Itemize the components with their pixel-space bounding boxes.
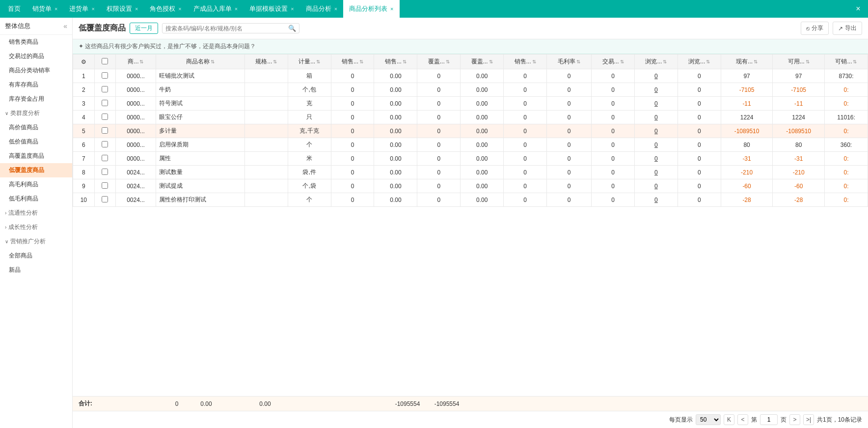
col-trans[interactable]: 交易...⇅ [592, 55, 635, 69]
sidebar-item-category-turnover[interactable]: 商品分类动销率 [0, 63, 72, 78]
next-page-button[interactable]: > [789, 414, 800, 425]
nav-sales[interactable]: 销货单 × [27, 0, 63, 18]
col-sales3[interactable]: 销售...⇅ [504, 55, 547, 69]
row-checkbox-cell[interactable] [94, 83, 115, 97]
row-view1[interactable]: 0 [635, 111, 678, 124]
nav-roles[interactable]: 角色授权 × [144, 0, 187, 18]
row-view1[interactable]: 0 [635, 83, 678, 97]
row-view1[interactable]: 0 [635, 179, 678, 193]
row-checkbox[interactable] [102, 182, 108, 189]
close-icon[interactable]: × [235, 6, 238, 12]
sidebar-item-sales-goods[interactable]: 销售类商品 [0, 35, 72, 49]
row-checkbox[interactable] [102, 114, 108, 120]
sidebar-item-new-products[interactable]: 新品 [0, 263, 72, 277]
row-checkbox[interactable] [102, 196, 108, 202]
col-sales-amt[interactable]: 销售...⇅ [374, 55, 417, 69]
prev-page-button[interactable]: < [737, 414, 748, 425]
window-close-button[interactable]: × [850, 0, 866, 18]
close-icon[interactable]: × [178, 6, 181, 12]
close-icon[interactable]: × [54, 6, 57, 12]
row-checkbox[interactable] [102, 169, 108, 175]
col-view2[interactable]: 浏览...⇅ [678, 55, 721, 69]
nav-home[interactable]: 首页 [2, 0, 27, 18]
sidebar-header[interactable]: 整体信息 « [0, 18, 72, 35]
col-available[interactable]: 可用...⇅ [773, 55, 825, 69]
sidebar-item-low-coverage[interactable]: 低覆盖度商品 [0, 163, 72, 177]
row-sales-amt: 0.00 [374, 179, 417, 193]
sidebar-item-low-value[interactable]: 低价值商品 [0, 135, 72, 149]
sidebar-group-cluster-analysis[interactable]: ∨类群度分析 [0, 106, 72, 120]
close-icon[interactable]: × [291, 6, 294, 12]
row-checkbox-cell[interactable] [94, 138, 115, 152]
search-input[interactable] [165, 25, 288, 32]
row-checkbox-cell[interactable] [94, 97, 115, 111]
sidebar-item-stock-capital[interactable]: 库存资金占用 [0, 92, 72, 106]
per-page-select[interactable]: 50 100 200 [696, 414, 721, 425]
row-checkbox[interactable] [102, 141, 108, 147]
sidebar-item-high-margin[interactable]: 高毛利商品 [0, 177, 72, 192]
last-page-button[interactable]: >| [803, 414, 814, 425]
row-view1[interactable]: 0 [635, 97, 678, 111]
select-all-checkbox[interactable] [102, 58, 108, 64]
col-code[interactable]: 商...⇅ [115, 55, 156, 69]
collapse-icon[interactable]: « [63, 22, 67, 30]
row-checkbox[interactable] [102, 100, 108, 106]
col-gross[interactable]: 毛利率⇅ [546, 55, 591, 69]
row-code: 0000... [115, 69, 156, 83]
close-icon[interactable]: × [390, 6, 393, 12]
row-spec [244, 193, 288, 207]
col-cover2[interactable]: 覆盖...⇅ [461, 55, 504, 69]
nav-product-analysis-list[interactable]: 商品分析列表 × [343, 0, 399, 18]
row-checkbox-cell[interactable] [94, 152, 115, 166]
nav-permissions[interactable]: 权限设置 × [101, 0, 144, 18]
row-checkbox-cell[interactable] [94, 69, 115, 83]
row-view1[interactable]: 0 [635, 138, 678, 152]
sidebar-item-in-stock[interactable]: 有库存商品 [0, 78, 72, 92]
row-checkbox[interactable] [102, 72, 108, 79]
row-cover1: 0 [417, 97, 461, 111]
close-icon[interactable]: × [91, 6, 94, 12]
first-page-button[interactable]: K [724, 414, 734, 425]
row-checkbox-cell[interactable] [94, 166, 115, 179]
sidebar-group-marketing[interactable]: ∨营销推广分析 [0, 234, 72, 249]
sidebar-item-high-coverage[interactable]: 高覆盖度商品 [0, 149, 72, 163]
sidebar-item-all-goods[interactable]: 全部商品 [0, 249, 72, 263]
row-view1[interactable]: 0 [635, 166, 678, 179]
row-checkbox-cell[interactable] [94, 111, 115, 124]
sidebar-group-liquidity[interactable]: ›流通性分析 [0, 206, 72, 220]
close-icon[interactable]: × [135, 6, 138, 12]
sidebar-item-low-margin[interactable]: 低毛利商品 [0, 192, 72, 206]
col-unit[interactable]: 计量...⇅ [288, 55, 331, 69]
row-view1[interactable]: 0 [635, 69, 678, 83]
col-cover1[interactable]: 覆盖...⇅ [417, 55, 461, 69]
page-input[interactable] [760, 414, 778, 425]
row-checkbox[interactable] [102, 86, 108, 92]
nav-product-analysis[interactable]: 商品分析 × [300, 0, 343, 18]
sidebar-item-traded-goods[interactable]: 交易过的商品 [0, 49, 72, 63]
period-button[interactable]: 近一月 [130, 23, 158, 34]
col-name[interactable]: 商品名称⇅ [156, 55, 245, 69]
col-settings[interactable]: ⚙ [73, 55, 95, 69]
col-sellable[interactable]: 可销...⇅ [824, 55, 868, 69]
sidebar-group-growth[interactable]: ›成长性分析 [0, 220, 72, 234]
col-sales-qty[interactable]: 销售...⇅ [331, 55, 374, 69]
row-view1[interactable]: 0 [635, 152, 678, 166]
col-spec[interactable]: 规格...⇅ [244, 55, 288, 69]
nav-template-settings[interactable]: 单据模板设置 × [244, 0, 299, 18]
share-button[interactable]: ⎋ 分享 [801, 22, 829, 35]
row-checkbox[interactable] [102, 155, 108, 161]
col-view1[interactable]: 浏览...⇅ [635, 55, 678, 69]
sidebar-item-high-value[interactable]: 高价值商品 [0, 120, 72, 135]
close-icon[interactable]: × [334, 6, 337, 12]
col-check[interactable] [94, 55, 115, 69]
row-checkbox-cell[interactable] [94, 193, 115, 207]
row-view1[interactable]: 0 [635, 193, 678, 207]
nav-finished-goods[interactable]: 产成品入库单 × [188, 0, 244, 18]
col-current[interactable]: 现有...⇅ [721, 55, 773, 69]
export-button[interactable]: ↗ 导出 [833, 22, 862, 35]
row-view1[interactable]: 0 [635, 124, 678, 138]
row-checkbox-cell[interactable] [94, 124, 115, 138]
row-checkbox[interactable] [102, 127, 108, 134]
row-checkbox-cell[interactable] [94, 179, 115, 193]
nav-purchase[interactable]: 进货单 × [63, 0, 100, 18]
